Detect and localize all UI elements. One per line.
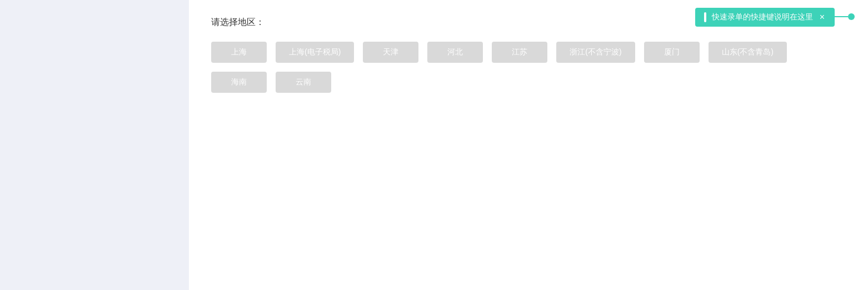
dot-indicator	[848, 13, 855, 20]
region-button[interactable]: 上海	[211, 42, 267, 63]
region-button[interactable]: 上海(电子税局)	[276, 42, 354, 63]
region-button[interactable]: 海南	[211, 72, 267, 93]
tooltip-bar-icon	[704, 12, 706, 22]
connector-line	[835, 16, 848, 17]
tooltip-close-button[interactable]: ×	[819, 13, 826, 22]
region-buttons-container: 上海上海(电子税局)天津河北江苏浙江(不含宁波)厦门山东(不含青岛)海南云南	[211, 42, 846, 93]
main-content: 请选择地区： 上海上海(电子税局)天津河北江苏浙江(不含宁波)厦门山东(不含青岛…	[189, 0, 868, 290]
region-button[interactable]: 山东(不含青岛)	[709, 42, 787, 63]
region-button[interactable]: 河北	[427, 42, 483, 63]
region-button[interactable]: 浙江(不含宁波)	[556, 42, 635, 63]
region-button[interactable]: 天津	[363, 42, 418, 63]
region-button[interactable]: 江苏	[492, 42, 547, 63]
sidebar	[0, 0, 189, 290]
tooltip-banner: 快速录单的快捷键说明在这里 ×	[695, 8, 835, 27]
region-button[interactable]: 云南	[276, 72, 331, 93]
tooltip-label: 快速录单的快捷键说明在这里	[712, 12, 813, 22]
region-button[interactable]: 厦门	[644, 42, 700, 63]
